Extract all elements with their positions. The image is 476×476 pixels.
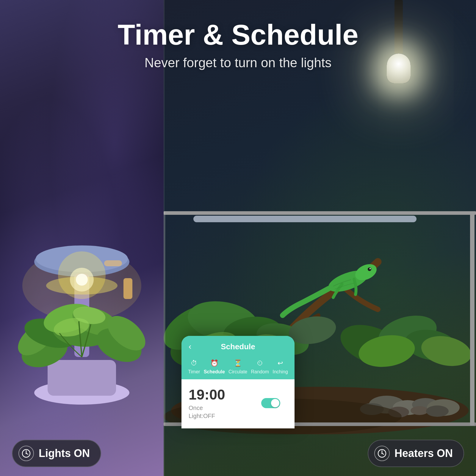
- schedule-repeat: Once: [189, 405, 225, 411]
- svg-rect-21: [123, 278, 132, 299]
- circulate-label: Circulate: [228, 369, 247, 375]
- toggle-container: [261, 398, 280, 408]
- schedule-phone-ui: ‹ Schedule ⏱ Timer ⏰ Schedule ⏳ Circulat…: [181, 336, 295, 428]
- back-button[interactable]: ‹: [189, 342, 191, 351]
- svg-rect-22: [164, 211, 476, 215]
- heaters-on-button[interactable]: Heaters ON: [368, 440, 464, 467]
- random-icon: ⏲: [255, 358, 265, 368]
- tab-random[interactable]: ⏲ Random: [251, 358, 269, 375]
- svg-rect-55: [470, 211, 475, 425]
- timer-label: Timer: [188, 369, 200, 375]
- heaters-clock-icon: [374, 446, 390, 461]
- lights-on-button[interactable]: Lights ON: [12, 440, 101, 467]
- svg-line-60: [26, 453, 28, 454]
- page-title: Timer & Schedule: [118, 19, 358, 51]
- phone-tabs: ⏱ Timer ⏰ Schedule ⏳ Circulate ⏲ Random …: [181, 356, 295, 379]
- phone-header: ‹ Schedule: [181, 336, 295, 356]
- svg-point-27: [368, 267, 371, 271]
- phone-content: 19:00 Once Light:OFF: [181, 379, 295, 428]
- schedule-icon: ⏰: [209, 358, 219, 368]
- inching-label: Inching: [273, 369, 288, 375]
- tab-schedule[interactable]: ⏰ Schedule: [204, 358, 225, 375]
- svg-line-64: [382, 453, 384, 454]
- tab-circulate[interactable]: ⏳ Circulate: [228, 358, 247, 375]
- phone-title: Schedule: [221, 342, 255, 351]
- svg-point-52: [426, 405, 449, 417]
- tab-timer[interactable]: ⏱ Timer: [188, 358, 200, 375]
- svg-rect-8: [48, 360, 116, 396]
- inching-icon: ↩: [275, 358, 285, 368]
- heaters-on-label: Heaters ON: [394, 447, 453, 460]
- schedule-row: 19:00 Once Light:OFF: [189, 386, 287, 419]
- plant-device-illustration: [9, 226, 155, 434]
- circulate-icon: ⏳: [233, 358, 243, 368]
- schedule-action: Light:OFF: [189, 413, 225, 419]
- random-label: Random: [251, 369, 269, 375]
- bottom-buttons-container: Lights ON Heaters ON: [0, 440, 476, 467]
- svg-rect-24: [193, 216, 416, 222]
- schedule-info: 19:00 Once Light:OFF: [189, 386, 225, 419]
- toggle-knob: [271, 399, 279, 407]
- timer-icon: ⏱: [189, 358, 199, 368]
- svg-point-20: [76, 274, 88, 286]
- svg-point-51: [411, 406, 428, 415]
- page-subtitle: Never forget to turn on the lights: [145, 55, 332, 70]
- schedule-toggle[interactable]: [261, 398, 280, 408]
- svg-rect-3: [104, 260, 122, 266]
- svg-point-28: [369, 268, 371, 269]
- schedule-time: 19:00: [189, 386, 225, 403]
- header-area: Timer & Schedule Never forget to turn on…: [0, 0, 476, 89]
- tab-inching[interactable]: ↩ Inching: [273, 358, 288, 375]
- lights-clock-icon: [18, 446, 34, 461]
- lights-on-label: Lights ON: [39, 447, 90, 460]
- schedule-label: Schedule: [204, 369, 225, 375]
- page-container: Timer & Schedule Never forget to turn on…: [0, 0, 476, 476]
